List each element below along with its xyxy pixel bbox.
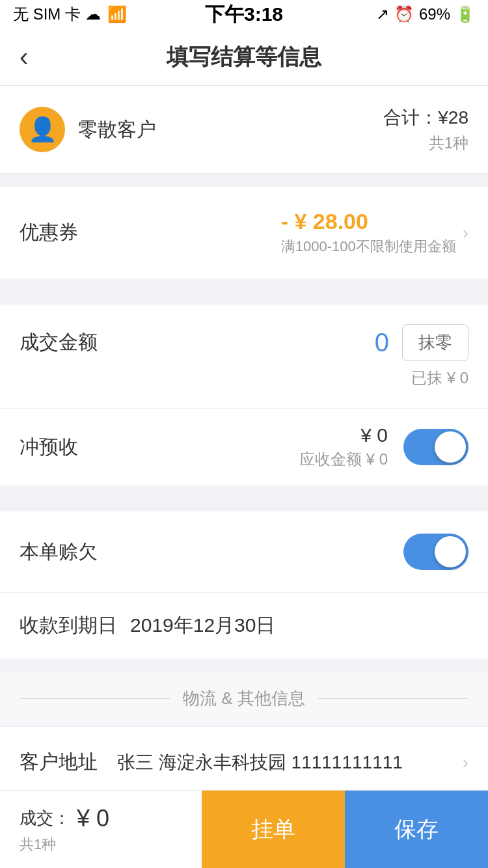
- coupon-discount: - ¥ 28.00: [281, 209, 456, 234]
- logistics-line-right: [318, 698, 468, 699]
- coupon-sub: 满1000-100不限制使用金额: [281, 237, 456, 256]
- amount-value: 0: [375, 328, 389, 357]
- chevron-right-icon: ›: [463, 223, 468, 243]
- nav-bar: ‹ 填写结算等信息: [0, 29, 488, 86]
- status-time: 下午3:18: [205, 1, 283, 28]
- coupon-section: 优惠券 - ¥ 28.00 满1000-100不限制使用金额 ›: [0, 187, 488, 278]
- toggle-knob: [435, 431, 466, 463]
- address-value: 张三 海淀永丰科技园 11111111111: [117, 750, 463, 775]
- address-section: 客户地址 张三 海淀永丰科技园 11111111111 ›: [0, 727, 488, 798]
- footer-deal: 成交： ¥ 0: [20, 805, 182, 832]
- divider-2: [0, 498, 488, 511]
- battery-icon: 🔋: [455, 5, 475, 23]
- status-right: ↗ ⏰ 69% 🔋: [376, 5, 475, 23]
- save-button[interactable]: 保存: [345, 791, 488, 869]
- due-date-row[interactable]: 收款到期日 2019年12月30日: [0, 592, 488, 658]
- divider-1: [0, 292, 488, 305]
- address-row[interactable]: 客户地址 张三 海淀永丰科技园 11111111111 ›: [0, 727, 488, 798]
- prepay-receivable: 应收金额 ¥ 0: [299, 449, 388, 470]
- coupon-value-block: - ¥ 28.00 满1000-100不限制使用金额: [281, 209, 456, 256]
- alarm-icon: ⏰: [394, 5, 414, 23]
- footer-deal-label: 成交：: [20, 807, 70, 830]
- customer-count: 共1种: [383, 133, 468, 154]
- amount-row: 成交金额 0 抹零: [20, 324, 468, 368]
- footer-deal-amount: ¥ 0: [77, 805, 109, 832]
- amount-right: 0 抹零: [375, 324, 468, 361]
- avatar-icon: 👤: [28, 116, 57, 143]
- debt-section: 本单赊欠 收款到期日 2019年12月30日: [0, 511, 488, 658]
- logistics-label: 物流 & 其他信息: [183, 687, 305, 710]
- amount-sub: 已抹 ¥ 0: [20, 368, 468, 401]
- footer: 成交： ¥ 0 共1种 挂单 保存: [0, 790, 488, 868]
- due-date-label: 收款到期日: [20, 612, 117, 639]
- debt-row: 本单赊欠: [0, 511, 488, 592]
- prepay-amount: ¥ 0: [299, 424, 388, 446]
- customer-row[interactable]: 👤 零散客户 合计：¥28 共1种: [0, 86, 488, 174]
- round-zero-button[interactable]: 抹零: [402, 324, 468, 361]
- footer-count: 共1种: [20, 835, 182, 854]
- customer-section: 👤 零散客户 合计：¥28 共1种: [0, 86, 488, 174]
- due-date-value: 2019年12月30日: [130, 612, 275, 639]
- prepay-toggle[interactable]: [403, 429, 468, 465]
- customer-left: 👤 零散客户: [20, 107, 156, 152]
- coupon-label: 优惠券: [20, 219, 78, 246]
- wifi-icon: 📶: [107, 5, 127, 23]
- coupon-row[interactable]: 优惠券 - ¥ 28.00 满1000-100不限制使用金额 ›: [0, 187, 488, 278]
- logistics-divider: 物流 & 其他信息: [0, 671, 488, 726]
- battery-level: 69%: [419, 5, 450, 23]
- prepay-right: ¥ 0 应收金额 ¥ 0: [299, 424, 468, 470]
- amount-section: 成交金额 0 抹零 已抹 ¥ 0: [0, 305, 488, 401]
- debt-label: 本单赊欠: [20, 539, 98, 565]
- footer-info: 成交： ¥ 0 共1种: [0, 805, 202, 854]
- location-icon: ↗: [376, 5, 389, 23]
- prepay-label: 冲预收: [20, 434, 78, 461]
- customer-name: 零散客户: [78, 116, 156, 143]
- hold-button[interactable]: 挂单: [202, 791, 345, 869]
- content: 👤 零散客户 合计：¥28 共1种 优惠券 - ¥ 28.00 满1000-10…: [0, 86, 488, 868]
- debt-toggle-knob: [435, 536, 466, 567]
- prepay-value-block: ¥ 0 应收金额 ¥ 0: [299, 424, 388, 470]
- sim-label: 无 SIM 卡 ☁: [13, 4, 101, 25]
- status-bar: 无 SIM 卡 ☁ 📶 下午3:18 ↗ ⏰ 69% 🔋: [0, 0, 488, 29]
- avatar: 👤: [20, 107, 65, 152]
- coupon-right: - ¥ 28.00 满1000-100不限制使用金额 ›: [281, 209, 468, 256]
- amount-label: 成交金额: [20, 329, 98, 356]
- transaction-section: 成交金额 0 抹零 已抹 ¥ 0 冲预收 ¥ 0 应收金额 ¥ 0: [0, 305, 488, 485]
- customer-total: 合计：¥28: [383, 105, 468, 130]
- page-title: 填写结算等信息: [167, 42, 321, 72]
- status-left: 无 SIM 卡 ☁ 📶: [13, 4, 127, 25]
- debt-toggle[interactable]: [403, 534, 468, 570]
- address-chevron-icon: ›: [463, 752, 468, 773]
- customer-right: 合计：¥28 共1种: [383, 105, 468, 154]
- address-label: 客户地址: [20, 749, 98, 776]
- logistics-line-left: [20, 698, 170, 699]
- back-button[interactable]: ‹: [20, 42, 59, 72]
- prepay-row: 冲预收 ¥ 0 应收金额 ¥ 0: [0, 408, 488, 485]
